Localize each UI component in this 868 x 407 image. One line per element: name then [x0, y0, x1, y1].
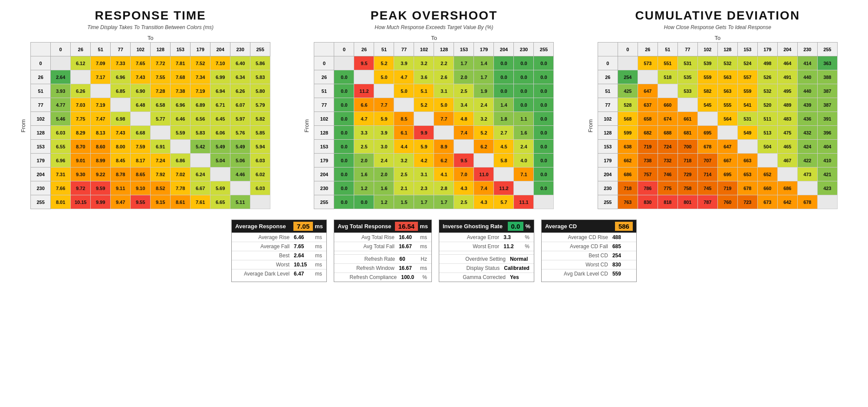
rt-row-value-2: 2.64 [294, 253, 313, 259]
response-time-cell-5-7: 5.83 [191, 126, 210, 140]
cumulative-deviation-row-header-8: 204 [598, 167, 618, 181]
cumulative-deviation-cell-0-3: 531 [677, 56, 697, 70]
cumulative-deviation-cell-1-2: 518 [658, 70, 677, 84]
response-time-cell-0-8: 7.10 [210, 56, 230, 70]
cumulative-deviation-cell-7-0: 662 [618, 154, 638, 167]
peak-overshoot-cell-3-8: 1.4 [494, 98, 514, 112]
cumulative-deviation-cell-6-9: 424 [797, 140, 817, 154]
response-time-cell-9-8: 5.69 [210, 181, 230, 195]
po-stats-block: Avg Total Response16.54msAvg Total Rise1… [334, 220, 432, 282]
ig-stats-unit: % [525, 223, 530, 230]
cumulative-deviation-cell-2-10: 387 [817, 84, 837, 98]
cumulative-deviation-cell-10-9: 678 [797, 195, 817, 209]
po-row-value-4: 16.67 [399, 265, 418, 271]
cumulative-deviation-col-header-10: 230 [797, 43, 817, 56]
peak-overshoot-cell-5-4: 9.9 [414, 126, 434, 140]
ig-row-unit-1: % [525, 243, 529, 249]
cumulative-deviation-col-header-5: 102 [697, 43, 717, 56]
cumulative-deviation-cell-9-6: 678 [737, 181, 757, 195]
cumulative-deviation-row-header-2: 51 [598, 84, 618, 98]
peak-overshoot-cell-6-8: 4.5 [494, 140, 514, 154]
cd-stats-row-3: Worst CD830 [542, 260, 636, 269]
cd-stats-row-0: Average CD Rise488 [542, 233, 636, 242]
cd-row-value-2: 254 [612, 253, 632, 259]
response-time-cell-10-9: 5.11 [230, 195, 250, 209]
response-time-cell-5-6: 5.59 [171, 126, 191, 140]
rt-row-unit-1: ms [315, 243, 322, 249]
response-time-cell-5-2: 8.13 [91, 126, 111, 140]
cd-stats-row-2: Best CD254 [542, 251, 636, 260]
cd-stats-label: Average CD [545, 223, 577, 230]
rt-stats-row-4: Average Dark Level6.47ms [232, 269, 326, 278]
cumulative-deviation-cell-4-10: 391 [817, 112, 837, 126]
peak-overshoot-cell-6-6 [454, 140, 474, 154]
response-time-cell-9-3: 9.11 [111, 181, 131, 195]
peak-overshoot-cell-8-3: 2.5 [394, 167, 414, 181]
ig-row-label-0: Average Error [444, 234, 499, 240]
cumulative-deviation-cell-5-5 [717, 126, 737, 140]
peak-overshoot-col-header-3: 51 [374, 43, 394, 56]
peak-overshoot-cell-6-0: 0.0 [334, 140, 354, 154]
response-time-col-header-5: 102 [131, 43, 151, 56]
cumulative-deviation-cell-4-3: 661 [677, 112, 697, 126]
cumulative-deviation-row-header-5: 128 [598, 126, 618, 140]
peak-overshoot-cell-5-9: 1.6 [514, 126, 534, 140]
response-time-cell-2-6: 7.38 [171, 84, 191, 98]
cumulative-deviation-cell-2-0: 425 [618, 84, 638, 98]
peak-overshoot-cell-2-0: 0.0 [334, 84, 354, 98]
peak-overshoot-cell-3-0: 0.0 [334, 98, 354, 112]
cumulative-deviation-cell-2-7: 532 [757, 84, 777, 98]
peak-overshoot-cell-7-2: 2.4 [374, 154, 394, 167]
peak-overshoot-to-label: To [431, 35, 437, 41]
response-time-cell-3-3 [111, 98, 131, 112]
cd-row-label-2: Best CD [546, 253, 608, 259]
po-row-label-5: Refresh Compliance [339, 274, 397, 280]
response-time-row-header-1: 26 [31, 70, 51, 84]
peak-overshoot-row-header-4: 102 [314, 112, 334, 126]
response-time-cell-4-0: 5.46 [51, 112, 71, 126]
response-time-cell-8-8 [210, 167, 230, 181]
peak-overshoot-cell-4-9: 1.1 [514, 112, 534, 126]
cumulative-deviation-cell-3-0: 528 [618, 98, 638, 112]
cumulative-deviation-cell-4-1: 658 [638, 112, 658, 126]
response-time-cell-4-9: 5.97 [230, 112, 250, 126]
cumulative-deviation-cell-10-4: 787 [697, 195, 717, 209]
cumulative-deviation-cell-4-5: 564 [717, 112, 737, 126]
peak-overshoot-cell-9-1: 1.2 [354, 181, 374, 195]
response-time-cell-10-2: 9.99 [91, 195, 111, 209]
response-time-cell-1-8: 6.99 [210, 70, 230, 84]
cumulative-deviation-cell-5-7: 513 [757, 126, 777, 140]
peak-overshoot-cell-10-3: 1.5 [394, 195, 414, 209]
cumulative-deviation-cell-8-1: 757 [638, 167, 658, 181]
cumulative-deviation-cell-7-1: 738 [638, 154, 658, 167]
cumulative-deviation-cell-10-0: 763 [618, 195, 638, 209]
peak-overshoot-cell-0-5: 2.2 [434, 56, 454, 70]
peak-overshoot-cell-3-3 [394, 98, 414, 112]
peak-overshoot-cell-7-10: 0.0 [534, 154, 554, 167]
response-time-cell-1-5: 7.55 [151, 70, 171, 84]
cumulative-deviation-cell-4-7: 511 [757, 112, 777, 126]
response-time-cell-10-5: 9.15 [151, 195, 171, 209]
response-time-cell-3-8: 6.71 [210, 98, 230, 112]
cumulative-deviation-cell-8-2: 746 [658, 167, 677, 181]
response-time-cell-9-10: 6.03 [250, 181, 270, 195]
peak-overshoot-cell-1-5: 2.6 [434, 70, 454, 84]
response-time-cell-10-6: 8.61 [171, 195, 191, 209]
peak-overshoot-cell-5-2: 3.9 [374, 126, 394, 140]
peak-overshoot-cell-9-5: 2.8 [434, 181, 454, 195]
peak-overshoot-cell-2-5: 3.1 [434, 84, 454, 98]
po-row-label-1: Avg Total Fall [339, 243, 395, 249]
response-time-cell-0-4: 7.65 [131, 56, 151, 70]
response-time-row-header-2: 51 [31, 84, 51, 98]
peak-overshoot-cell-7-5: 6.2 [434, 154, 454, 167]
peak-overshoot-cell-3-10: 0.0 [534, 98, 554, 112]
cumulative-deviation-cell-5-4: 695 [697, 126, 717, 140]
response-time-row-header-8: 204 [31, 167, 51, 181]
response-time-cell-1-2: 7.17 [91, 70, 111, 84]
peak-overshoot-cell-0-0 [334, 56, 354, 70]
cumulative-deviation-row-header-7: 179 [598, 154, 618, 167]
peak-overshoot-cell-4-3: 8.5 [394, 112, 414, 126]
stats-row: Average Response7.05msAverage Rise6.46ms… [9, 220, 859, 282]
po-row-value-1: 16.67 [399, 243, 418, 249]
peak-overshoot-cell-10-6: 2.5 [454, 195, 474, 209]
